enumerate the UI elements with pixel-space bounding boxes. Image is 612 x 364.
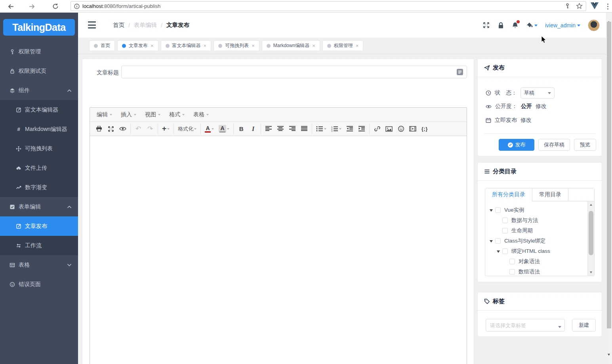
tree-node[interactable]: 数组语法	[485, 267, 587, 276]
browser-menu-kebab-icon[interactable]	[604, 2, 611, 11]
tree-node[interactable]: Class与Style绑定	[485, 236, 587, 246]
sidebar-item-file-upload[interactable]: 文件上传	[0, 158, 78, 178]
publish-button[interactable]: 发布	[499, 139, 534, 151]
tab-richtext-editor[interactable]: 富文本编辑器 ×	[161, 40, 212, 51]
menu-edit[interactable]: 编辑	[92, 108, 116, 121]
caret-down-icon[interactable]	[488, 207, 494, 213]
menu-format[interactable]: 格式	[165, 108, 189, 121]
menu-view[interactable]: 视图	[141, 108, 165, 121]
scroll-down-icon[interactable]	[588, 269, 594, 276]
italic-icon[interactable]: I	[247, 124, 259, 134]
checkbox[interactable]	[495, 238, 501, 244]
sidebar-group-components[interactable]: 组件	[0, 81, 78, 100]
tree-node[interactable]: 数据与方法	[485, 215, 587, 226]
address-bar[interactable]: localhost:8080/form/artical-publish	[71, 1, 586, 11]
sidebar-item-richtext-editor[interactable]: 富文本编辑器	[0, 100, 78, 119]
align-center-icon[interactable]	[275, 124, 286, 134]
tab-draggable-list[interactable]: 可拖拽列表 ×	[214, 40, 259, 51]
sidebar-item-permission[interactable]: 权限管理	[0, 42, 78, 61]
checkbox[interactable]	[509, 269, 515, 275]
print-icon[interactable]	[93, 124, 105, 134]
menu-table[interactable]: 表格	[189, 108, 213, 121]
menu-insert[interactable]: 插入	[116, 108, 141, 121]
browser-refresh-icon[interactable]	[51, 2, 60, 11]
app-logo[interactable]: TalkingData	[3, 19, 75, 36]
tab-common-categories[interactable]: 常用目录	[532, 188, 568, 201]
formats-dropdown[interactable]: 格式化	[175, 124, 199, 134]
scroll-down-icon[interactable]	[608, 356, 610, 362]
tab-all-categories[interactable]: 所有分类目录	[485, 188, 532, 201]
close-icon[interactable]: ×	[151, 43, 154, 48]
caret-down-icon[interactable]	[496, 248, 501, 254]
checkbox[interactable]	[502, 228, 508, 233]
collapse-menu-icon[interactable]	[88, 21, 96, 28]
text-color-icon[interactable]: A	[202, 124, 216, 134]
sidebar-group-table[interactable]: 表格	[0, 255, 78, 275]
sidebar-item-number-gradient[interactable]: 数字渐变	[0, 178, 78, 197]
scroll-up-icon[interactable]	[588, 201, 594, 208]
page-scrollbar[interactable]	[606, 13, 612, 364]
sidebar-item-permission-test[interactable]: 权限测试页	[0, 61, 78, 81]
new-tag-button[interactable]: 新建	[572, 319, 596, 332]
close-icon[interactable]: ×	[252, 43, 255, 48]
bell-icon[interactable]	[512, 22, 519, 29]
visibility-modify-link[interactable]: 修改	[536, 103, 547, 110]
tab-article-publish[interactable]: 文章发布 ×	[117, 40, 158, 51]
bookmark-star-icon[interactable]	[576, 3, 583, 9]
vue-devtools-icon[interactable]	[590, 2, 599, 10]
sidebar-item-error-pages[interactable]: 错误页面	[0, 275, 78, 294]
image-icon[interactable]	[383, 124, 395, 134]
scrollbar-thumb[interactable]	[607, 22, 611, 328]
insert-icon[interactable]: +	[160, 124, 172, 134]
align-right-icon[interactable]	[286, 124, 298, 134]
editor-content-area[interactable]	[90, 136, 467, 364]
schedule-modify-link[interactable]: 修改	[520, 117, 532, 124]
avatar[interactable]	[588, 19, 600, 31]
preview-icon[interactable]	[117, 124, 129, 134]
tag-select[interactable]	[486, 319, 565, 332]
info-icon[interactable]	[74, 4, 80, 9]
article-title-input[interactable]	[121, 66, 467, 78]
lock-icon[interactable]	[498, 22, 504, 29]
link-icon[interactable]	[371, 124, 383, 134]
tree-node[interactable]: 生命周期	[485, 226, 587, 236]
sidebar-item-workflow[interactable]: 工作流	[0, 236, 78, 255]
tree-node[interactable]: Vue实例	[485, 205, 587, 215]
bold-icon[interactable]: B	[235, 124, 247, 134]
scroll-up-icon[interactable]	[608, 15, 610, 21]
sidebar-item-draggable-list[interactable]: 可拖拽列表	[0, 139, 78, 158]
undo-icon[interactable]: ↶	[132, 124, 144, 134]
sidebar-item-markdown-editor[interactable]: # Markdown编辑器	[0, 119, 78, 139]
save-draft-button[interactable]: 保存草稿	[538, 139, 570, 151]
fullscreen-icon[interactable]	[105, 124, 117, 134]
bullet-list-icon[interactable]	[314, 124, 329, 134]
close-icon[interactable]: ×	[204, 43, 207, 48]
tree-scrollbar[interactable]	[587, 201, 594, 276]
redo-icon[interactable]: ↷	[144, 124, 156, 134]
browser-back-icon[interactable]	[6, 2, 15, 11]
tag-select-input[interactable]	[486, 319, 565, 332]
align-left-icon[interactable]	[263, 124, 275, 134]
media-icon[interactable]	[407, 124, 419, 134]
fullscreen-icon[interactable]	[482, 21, 490, 29]
browser-forward-icon[interactable]	[27, 2, 36, 11]
tab-home[interactable]: 首页	[89, 40, 115, 51]
tab-markdown-editor[interactable]: Markdown编辑器 ×	[262, 40, 320, 51]
align-justify-icon[interactable]	[298, 124, 310, 134]
emoticons-icon[interactable]	[395, 124, 407, 134]
status-select[interactable]: 草稿	[520, 87, 555, 99]
tab-permission[interactable]: 权限管理 ×	[322, 40, 364, 51]
close-icon[interactable]: ×	[356, 43, 359, 48]
user-menu[interactable]: iview_admin	[545, 22, 580, 28]
checkbox[interactable]	[509, 259, 515, 264]
caret-down-icon[interactable]	[488, 238, 494, 244]
sidebar-item-article-publish[interactable]: 文章发布	[0, 216, 78, 236]
sidebar-group-form-edit[interactable]: 表单编辑	[0, 197, 78, 216]
checkbox[interactable]	[502, 248, 508, 254]
breadcrumb-form-edit[interactable]: 表单编辑	[134, 21, 157, 29]
breadcrumb-home[interactable]: 首页	[113, 21, 124, 29]
close-icon[interactable]: ×	[312, 43, 315, 48]
indent-icon[interactable]	[356, 124, 368, 134]
tree-node[interactable]: 绑定HTML class	[485, 246, 587, 256]
checkbox[interactable]	[502, 218, 508, 223]
